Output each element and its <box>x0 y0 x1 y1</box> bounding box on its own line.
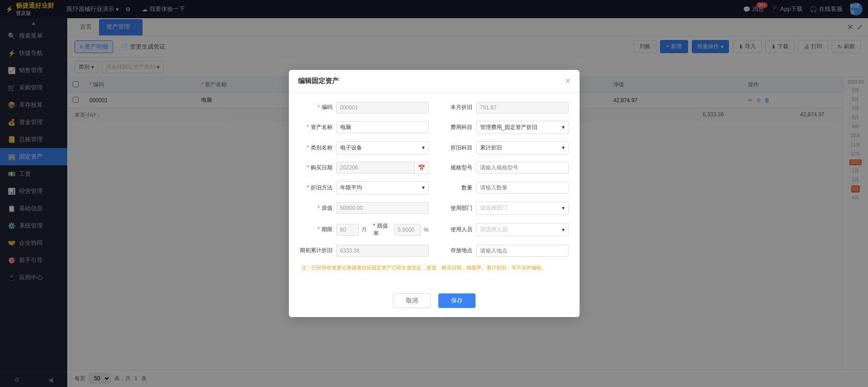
cancel-button[interactable]: 取消 <box>393 293 431 308</box>
category-value: 电子设备 <box>340 144 362 152</box>
period-unit: 月 <box>362 226 367 233</box>
category-label: 类别名称 <box>300 144 332 152</box>
asset-name-input[interactable] <box>336 121 429 133</box>
dep-method-value: 年限平均 <box>340 184 362 192</box>
expense-subject-label: 费用科目 <box>440 124 472 131</box>
department-label: 使用部门 <box>440 204 472 212</box>
purchase-date-label: 购买日期 <box>300 164 332 172</box>
residual-rate-label: * 残值率 <box>373 222 391 238</box>
category-select[interactable]: 电子设备 ▾ <box>336 141 429 154</box>
user-placeholder: 请选择人员 <box>480 226 507 233</box>
department-placeholder: 请选择部门 <box>480 204 507 212</box>
chevron-down-icon: ▾ <box>422 144 425 151</box>
initial-dep-input <box>336 245 429 257</box>
purchase-date-input <box>336 162 415 174</box>
spec-input[interactable] <box>476 162 569 174</box>
modal-close-button[interactable]: × <box>565 76 570 86</box>
modal-overlay: 编辑固定资产 × 编码 本月折旧 资产名称 <box>0 0 868 387</box>
original-value-label: 原值 <box>300 204 332 212</box>
modal-note: 注：已经存在变更记录或者对应固定资产已经生成凭证，原值、购买日期、残值率、累计折… <box>300 264 569 272</box>
code-label: 编码 <box>300 104 332 111</box>
save-button[interactable]: 保存 <box>438 293 476 308</box>
dep-subject-label: 折旧科目 <box>440 144 472 152</box>
dep-subject-select[interactable]: 累计折旧 ▾ <box>476 141 569 154</box>
asset-name-label: 资产名称 <box>300 124 332 131</box>
edit-asset-modal: 编辑固定资产 × 编码 本月折旧 资产名称 <box>289 70 580 318</box>
monthly-dep-label: 本月折旧 <box>440 104 472 111</box>
residual-unit: % <box>424 227 429 233</box>
chevron-down-icon: ▾ <box>562 205 565 211</box>
quantity-input[interactable] <box>476 182 569 194</box>
chevron-down-icon: ▾ <box>562 227 565 233</box>
quantity-label: 数量 <box>440 184 472 192</box>
initial-dep-label: 期初累计折旧 <box>300 247 332 254</box>
residual-rate-input <box>394 224 421 236</box>
expense-subject-value: 管理费用_固定资产折旧 <box>480 124 538 131</box>
dep-subject-value: 累计折旧 <box>480 144 502 152</box>
calendar-icon[interactable]: 📅 <box>415 162 429 174</box>
spec-label: 规格型号 <box>440 164 472 172</box>
dep-method-label: 折旧方法 <box>300 184 332 192</box>
period-label: 期限 <box>300 226 332 233</box>
chevron-down-icon: ▾ <box>562 144 565 151</box>
code-input <box>336 102 429 114</box>
location-label: 存放地点 <box>440 247 472 254</box>
expense-subject-select[interactable]: 管理费用_固定资产折旧 ▾ <box>476 121 569 134</box>
user-label: 使用人员 <box>440 226 472 233</box>
monthly-dep-input <box>476 102 569 114</box>
original-value-input <box>336 202 429 214</box>
period-input <box>336 224 359 236</box>
chevron-down-icon: ▾ <box>562 124 565 130</box>
modal-title: 编辑固定资产 <box>298 77 339 85</box>
location-input[interactable] <box>476 245 569 257</box>
chevron-down-icon: ▾ <box>422 184 425 191</box>
department-select[interactable]: 请选择部门 ▾ <box>476 202 569 215</box>
dep-method-select[interactable]: 年限平均 ▾ <box>336 181 429 194</box>
user-select[interactable]: 请选择人员 ▾ <box>476 223 569 236</box>
